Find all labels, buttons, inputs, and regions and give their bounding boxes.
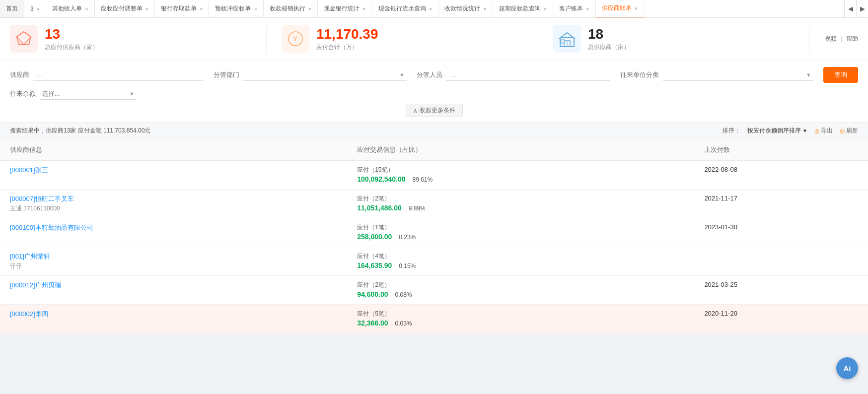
tx-amount[interactable]: 32,366.00 — [357, 319, 388, 327]
tx-pct: 0.23% — [399, 234, 416, 241]
balance-label: 往来余额 — [10, 89, 36, 98]
nav-tab-overdue-query[interactable]: 超期应收款查询× — [493, 0, 553, 18]
close-icon[interactable]: × — [586, 6, 589, 12]
nav-tab-payable-adjust[interactable]: 应收应付调整单× — [95, 0, 155, 18]
nav-tab-advance-charge[interactable]: 预收冲应收单× — [209, 0, 263, 18]
tx-amount[interactable]: 164,635.90 — [357, 262, 392, 269]
category-arrow-icon: ▼ — [804, 72, 813, 78]
top-nav: 首页3×其他收入单×应收应付调整单×银行存取款单×预收冲应收单×收款核销执行×现… — [0, 0, 868, 18]
svg-text:¥: ¥ — [293, 35, 297, 43]
payable-suppliers-number: 13 — [45, 26, 98, 43]
close-icon[interactable]: × — [362, 6, 365, 12]
last-pay: 2023-01-30 — [694, 218, 868, 247]
payable-total-number: 11,170.39 — [316, 26, 378, 43]
last-pay: 2021-11-17 — [694, 190, 868, 218]
tx-label: 应付（15笔） — [357, 166, 684, 174]
nav-tab-cash-bank-stat[interactable]: 现金银行统计× — [318, 0, 372, 18]
tx-pct: 0.03% — [395, 320, 412, 327]
table-row: [000012]广州贝瑞应付（2笔）94,600.000.08%2021-03-… — [0, 276, 868, 305]
supplier-link[interactable]: [000100]本特勤油品有限公司 — [10, 224, 93, 231]
balance-select-wrap[interactable]: ▼ — [40, 88, 137, 100]
close-icon[interactable]: × — [85, 6, 88, 12]
dept-arrow-icon: ▼ — [397, 72, 407, 78]
supplier-table: 供应商信息 应付交易信息（占比） 上次付数 [000001]张三应付（15笔）1… — [0, 139, 868, 333]
close-icon[interactable]: × — [544, 6, 547, 12]
nav-tab-other-income[interactable]: 其他收入单× — [46, 0, 94, 18]
summary-card-payable-total: ¥ 11,170.39 应付合计（万） — [282, 25, 538, 53]
sort-arrow-icon: ▼ — [802, 128, 807, 133]
category-select-wrap[interactable]: ▼ — [663, 69, 814, 81]
supplier-link[interactable]: [000012]广州贝瑞 — [10, 281, 61, 289]
close-icon[interactable]: × — [635, 5, 638, 11]
collapse-up-icon: ∧ — [413, 107, 418, 114]
nav-tab-tab3[interactable]: 3× — [24, 0, 46, 18]
close-icon[interactable]: × — [200, 6, 203, 12]
nav-tab-collection-exec[interactable]: 收款核销执行× — [264, 0, 318, 18]
divider: | — [841, 35, 842, 42]
close-icon[interactable]: × — [429, 6, 432, 12]
last-pay: 2020-11-20 — [694, 305, 868, 333]
query-button[interactable]: 查询 — [823, 67, 858, 83]
dept-select-wrap[interactable]: ▼ — [243, 69, 407, 81]
nav-tab-collection-stat[interactable]: 收款情况统计× — [438, 0, 493, 18]
nav-tab-cash-bank-flow[interactable]: 现金银行流水查询× — [372, 0, 438, 18]
diamond-icon — [10, 25, 38, 53]
table-row: [000002]李四应付（5笔）32,366.000.03%2020-11-20 — [0, 305, 868, 333]
sort-value[interactable]: 按应付余额倒序排序 ▼ — [747, 127, 807, 135]
nav-prev-arrow[interactable]: ◀ — [844, 0, 856, 18]
svg-marker-0 — [17, 32, 31, 45]
nav-tab-customer-account[interactable]: 客户账本× — [553, 0, 595, 18]
total-suppliers-number: 18 — [588, 26, 630, 43]
filter-row-1: 供应商 分管部门 ▼ 分管人员 往来单位分类 ▼ 查询 — [10, 67, 858, 83]
tx-amount[interactable]: 11,051,486.00 — [357, 204, 402, 212]
collapse-button[interactable]: ∧ 收起更多条件 — [406, 104, 463, 117]
result-bar: 搜索结果中，供应商13家 应付金额 111,703,854.00元 排序： 按应… — [0, 123, 868, 139]
col-last-pay: 上次付数 — [694, 139, 868, 161]
tx-pct: 0.15% — [399, 263, 416, 269]
tx-label: 应付（5笔） — [357, 310, 684, 318]
tx-amount[interactable]: 100,092,540.00 — [357, 175, 405, 183]
close-icon[interactable]: × — [254, 6, 257, 12]
supplier-link[interactable]: [000001]张三 — [10, 166, 48, 174]
nav-tab-home[interactable]: 首页 — [0, 0, 24, 18]
nav-tab-supplier-account[interactable]: 供应商账本× — [596, 0, 644, 18]
tx-pct: 89.61% — [413, 176, 433, 183]
svg-marker-1 — [17, 32, 31, 45]
filter-balance: 往来余额 ▼ — [10, 88, 137, 100]
total-suppliers-label: 总供应商（家） — [588, 43, 630, 52]
dept-label: 分管部门 — [214, 70, 239, 79]
supplier-sub: 仔仔 — [10, 262, 337, 270]
video-link[interactable]: 视频 — [825, 35, 837, 43]
balance-input[interactable] — [40, 88, 127, 99]
nav-next-arrow[interactable]: ▶ — [856, 0, 868, 18]
dept-input[interactable] — [243, 69, 398, 80]
close-icon[interactable]: × — [483, 6, 486, 12]
supplier-label: 供应商 — [10, 70, 29, 79]
close-icon[interactable]: × — [308, 6, 311, 12]
supplier-input[interactable] — [33, 69, 204, 81]
store-icon — [553, 25, 581, 53]
supplier-link[interactable]: [001]广州荣轩 — [10, 253, 50, 260]
person-input[interactable] — [446, 69, 610, 81]
nav-tab-bank-deposit[interactable]: 银行存取款单× — [155, 0, 209, 18]
tx-amount[interactable]: 258,000.00 — [357, 233, 392, 241]
help-link[interactable]: 帮助 — [846, 35, 858, 43]
export-button[interactable]: ◎ 导出 — [814, 127, 833, 135]
supplier-link[interactable]: [000002]李四 — [10, 310, 48, 318]
tx-pct: 0.08% — [395, 291, 412, 298]
close-icon[interactable]: × — [145, 6, 148, 12]
supplier-link[interactable]: [000007]恒旺二手叉车 — [10, 195, 74, 202]
filter-dept: 分管部门 ▼ — [214, 69, 407, 81]
tx-amount[interactable]: 94,600.00 — [357, 290, 388, 298]
table-row: [001]广州荣轩仔仔应付（4笔）164,635.900.15% — [0, 247, 868, 276]
refresh-button[interactable]: ◎ 刷新 — [840, 127, 858, 135]
last-pay: 2022-08-08 — [694, 161, 868, 190]
tx-label: 应付（2笔） — [357, 195, 684, 203]
supplier-sub: 王通 17106110000 — [10, 204, 337, 213]
collapse-label: 收起更多条件 — [420, 106, 455, 115]
category-input[interactable] — [663, 69, 804, 80]
payable-suppliers-label: 总应付供应商（家） — [45, 43, 98, 52]
summary-card-total-suppliers: 18 总供应商（家） — [553, 25, 810, 53]
close-icon[interactable]: × — [37, 6, 40, 12]
person-label: 分管人员 — [417, 70, 442, 79]
